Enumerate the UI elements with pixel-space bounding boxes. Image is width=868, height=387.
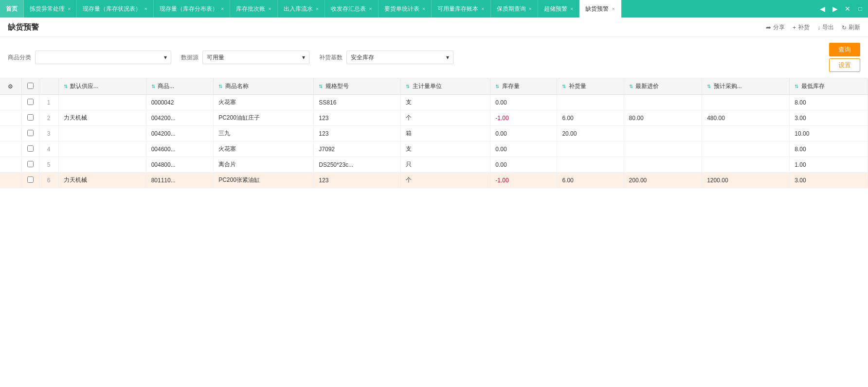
row-checkbox-cell [21,110,39,126]
category-select[interactable]: ▾ [35,51,171,64]
row-estimated-purchase-cell: 1200.00 [702,173,790,188]
tab-close-shortage-warning[interactable]: × [612,6,615,12]
row-num-cell: 3 [39,126,58,141]
tab-item-batch-account[interactable]: 库存批次账× [230,0,277,18]
tab-label-overstock-warning: 超储预警 [544,5,567,13]
replenish-basis-select[interactable]: 安全库存 ▾ [346,51,453,64]
tab-close-overstock-warning[interactable]: × [570,6,573,12]
tab-close-in-out-flow[interactable]: × [316,6,319,12]
tab-item-in-out-flow[interactable]: 出入库流水× [278,0,325,18]
row-checkbox-2[interactable] [27,130,34,136]
query-button[interactable]: 查询 [829,43,860,56]
row-min-stock-cell: 3.00 [790,110,868,126]
row-replenish-cell: 6.00 [557,110,624,126]
sort-icon-min-stock[interactable]: ⇅ [795,84,798,89]
row-unit-cell: 个 [401,173,490,188]
tab-label-home: 首页 [6,5,18,13]
row-checkbox-1[interactable] [27,114,34,121]
tab-item-home[interactable]: 首页 [0,0,24,18]
page-title: 缺货预警 [8,22,39,33]
replenish-label: 补货 [798,23,810,32]
replenish-icon: + [793,24,796,31]
row-checkbox-5[interactable] [27,176,34,183]
tab-scroll-right[interactable]: ▶ [829,3,841,15]
tab-close-recv-summary[interactable]: × [369,6,372,12]
row-unit-cell: 箱 [401,126,490,141]
tab-close-expiry-query[interactable]: × [529,6,532,12]
col-product-name: ⇅ 商品名称 [214,78,314,95]
row-estimated-purchase-cell [702,157,790,173]
sort-icon-supplier[interactable]: ⇅ [64,84,68,89]
row-min-stock-cell: 3.00 [790,173,868,188]
gear-icon[interactable]: ⚙ [8,83,13,90]
row-gear-cell [0,173,21,188]
sort-icon-product-code[interactable]: ⇅ [151,84,155,89]
tab-scroll-left[interactable]: ◀ [816,3,828,15]
col-product-name-label: 商品名称 [225,83,249,89]
datasource-label: 数据源 [181,53,199,62]
sort-icon-unit[interactable]: ⇅ [406,84,410,89]
sort-icon-spec[interactable]: ⇅ [319,84,323,89]
row-checkbox-0[interactable] [27,99,34,105]
refresh-button[interactable]: ↻ 刷新 [842,23,860,32]
row-checkbox-cell [21,126,39,141]
col-supplier-label: 默认供应... [70,83,98,89]
tab-label-available-ledger: 可用量库存账本 [437,5,478,13]
row-checkbox-4[interactable] [27,161,34,167]
row-supplier-cell [58,141,146,157]
sort-icon-product-name[interactable]: ⇅ [218,84,222,89]
sort-icon-replenish[interactable]: ⇅ [562,84,566,89]
sort-icon-estimated-purchase[interactable]: ⇅ [707,84,711,89]
row-replenish-cell: 20.00 [557,126,624,141]
datasource-select[interactable]: 可用量 ▾ [202,51,309,64]
row-spec-cell: J7092 [314,141,401,157]
tab-item-available-ledger[interactable]: 可用量库存账本× [432,0,490,18]
row-checkbox-3[interactable] [27,145,34,152]
tab-item-recv-summary[interactable]: 收发存汇总表× [325,0,378,18]
tab-close-batch-account[interactable]: × [268,6,271,12]
sort-icon-latest-price[interactable]: ⇅ [629,84,633,89]
tab-label-expiry-query: 保质期查询 [497,5,526,13]
replenish-button[interactable]: + 补货 [793,23,810,32]
tab-close-available-ledger[interactable]: × [481,6,484,12]
row-latest-price-cell: 80.00 [624,110,702,126]
col-checkbox [21,78,39,95]
tab-close-all[interactable]: ✕ [842,3,853,15]
sort-icon-stock[interactable]: ⇅ [495,84,499,89]
tab-label-inventory-dist: 现存量（库存分布表） [160,5,218,13]
tab-close-inventory-status[interactable]: × [144,6,147,12]
tab-nav-buttons: ◀ ▶ ✕ □ [816,3,868,15]
tab-bar: 首页拣货异常处理×现存量（库存状况表）×现存量（库存分布表）×库存批次账×出入库… [0,0,868,18]
tab-item-expiry-query[interactable]: 保质期查询× [491,0,538,18]
share-button[interactable]: ➦ 分享 [766,23,785,32]
select-all-checkbox[interactable] [27,83,34,89]
refresh-icon: ↻ [842,24,847,31]
tab-item-exception[interactable]: 拣货异常处理× [24,0,77,18]
refresh-label: 刷新 [849,23,860,32]
tab-item-inventory-dist[interactable]: 现存量（库存分布表）× [154,0,230,18]
tab-item-overstock-warning[interactable]: 超储预警× [538,0,579,18]
row-latest-price-cell [624,95,702,110]
row-stock-cell: -1.00 [490,173,557,188]
datasource-value: 可用量 [207,53,224,62]
row-stock-cell: -1.00 [490,110,557,126]
row-spec-cell: 123 [314,173,401,188]
tab-item-inventory-status[interactable]: 现存量（库存状况表）× [77,0,153,18]
col-latest-price-label: 最新进价 [635,83,659,89]
row-stock-cell: 0.00 [490,157,557,173]
row-product-name-cell: 离合片 [214,157,314,173]
tab-restore[interactable]: □ [854,3,866,15]
tab-close-inventory-dist[interactable]: × [221,6,224,12]
tab-label-in-out-flow: 出入库流水 [284,5,313,13]
col-replenish-label: 补货量 [569,83,586,89]
export-button[interactable]: ↓ 导出 [817,23,834,32]
table-row: 3 004200... 三九 123 箱 0.00 20.00 10.00 [0,126,868,141]
settings-button[interactable]: 设置 [829,58,860,72]
tab-item-shortage-warning[interactable]: 缺货预警× [579,0,621,18]
tab-close-exception[interactable]: × [68,6,71,12]
tab-close-order-stats[interactable]: × [422,6,425,12]
tab-item-order-stats[interactable]: 要货单统计表× [379,0,432,18]
table-header-row: ⚙ ⇅ 默认供应... ⇅ 商品... ⇅ [0,78,868,95]
row-replenish-cell: 6.00 [557,173,624,188]
row-product-code-cell: 004600... [146,141,214,157]
